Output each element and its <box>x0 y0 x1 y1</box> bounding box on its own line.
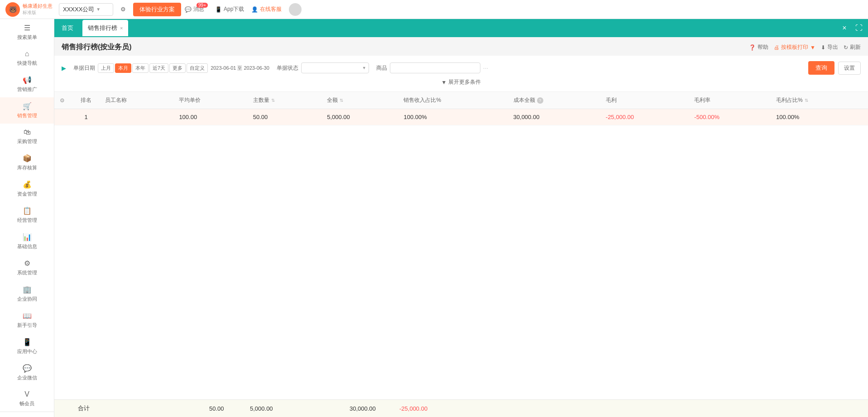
sidebar-label-finance: 资金管理 <box>17 191 37 197</box>
filter-collapse-button[interactable]: ▶ <box>62 65 66 72</box>
refresh-button[interactable]: ↻ 刷新 <box>844 43 861 51</box>
sidebar-label-marketing: 营销推广 <box>17 86 37 93</box>
goods-input[interactable] <box>390 62 480 73</box>
th-amount: 全额 ⇅ <box>321 92 398 109</box>
download-icon: 📱 <box>215 6 222 13</box>
query-button[interactable]: 查询 <box>808 61 834 75</box>
sales-icon: 🛒 <box>23 102 32 110</box>
date-btn-more[interactable]: 更多 <box>169 63 186 73</box>
expand-more-button[interactable]: ▼ 展开更多条件 <box>441 78 481 86</box>
filter-area: ▶ 单据日期 上月 本月 本年 近7天 更多 自定义 2023-06-01 至 … <box>54 56 868 92</box>
sidebar-label-quick-nav: 快捷导航 <box>17 60 37 67</box>
logo-icon: 🐻 <box>5 2 20 17</box>
filter-row: ▶ 单据日期 上月 本月 本年 近7天 更多 自定义 2023-06-01 至 … <box>62 61 861 75</box>
basic-info-icon: 📊 <box>23 233 32 241</box>
date-btn-last-month[interactable]: 上月 <box>98 63 114 73</box>
table-header-row: ⚙ 排名 员工名称 平均单价 主数量 ⇅ <box>54 92 868 109</box>
tab-home[interactable]: 首页 <box>54 19 81 37</box>
date-filter: 单据日期 上月 本月 本年 近7天 更多 自定义 2023-06-01 至 20… <box>73 63 269 73</box>
export-button[interactable]: ⬇ 导出 <box>821 43 838 51</box>
cell-gear <box>54 109 72 125</box>
goods-more-icon[interactable]: ··· <box>483 64 489 72</box>
print-chevron-icon: ▼ <box>810 44 815 51</box>
sidebar: ☰ 搜索菜单 ⌂ 快捷导航 📢 营销推广 🛒 销售管理 🛍 采购管理 📦 库 <box>0 19 54 417</box>
amount-sort-icon[interactable]: ⇅ <box>340 98 343 103</box>
logo-text: 畅康通好生意标准版 <box>23 3 53 15</box>
sidebar-label-purchase: 采购管理 <box>17 138 37 145</box>
date-range: 2023-06-01 至 2023-06-30 <box>211 65 269 72</box>
settings-button[interactable]: 设置 <box>838 62 861 75</box>
table-row: 1 100.00 50.00 5,000.00 100.00% 30,000.0… <box>54 109 868 125</box>
cell-profit: -25,000.00 <box>600 109 689 125</box>
table-footer: 合计 50.00 5,000.00 30,000.00 -25,000.00 <box>54 399 868 417</box>
help-button[interactable]: ❓ 帮助 <box>749 43 768 51</box>
sidebar-item-basic-info[interactable]: 📊 基础信息 <box>0 228 54 254</box>
export-icon: ⬇ <box>821 44 825 51</box>
cell-amount: 5,000.00 <box>321 109 398 125</box>
date-btn-7days[interactable]: 近7天 <box>149 63 168 73</box>
online-service-button[interactable]: 👤 在线客服 <box>251 5 282 13</box>
sidebar-item-enterprise[interactable]: 🏢 企业协同 <box>0 281 54 307</box>
date-filter-label: 单据日期 <box>73 64 95 72</box>
quantity-sort-icon[interactable]: ⇅ <box>271 98 275 103</box>
app-logo: 🐻 畅康通好生意标准版 <box>5 2 55 17</box>
th-cost: 成本全额 ? <box>508 92 600 109</box>
date-btn-this-month[interactable]: 本月 <box>115 63 131 73</box>
sidebar-label-member: 畅会员 <box>19 400 34 407</box>
window-close-button[interactable]: × <box>839 23 850 34</box>
cost-help-icon[interactable]: ? <box>537 97 543 104</box>
column-settings-icon[interactable]: ⚙ <box>60 97 65 104</box>
sidebar-item-member[interactable]: V 畅会员 <box>0 386 54 412</box>
app-container: 🐻 畅康通好生意标准版 XXXXX公司 ▼ ⚙ 体验行业方案 💬 消息 99+ … <box>0 0 868 417</box>
sidebar-item-system[interactable]: ⚙ 系统管理 <box>0 254 54 281</box>
sidebar-item-purchase[interactable]: 🛍 采购管理 <box>0 124 54 149</box>
table-container: ⚙ 排名 员工名称 平均单价 主数量 ⇅ <box>54 92 868 399</box>
sidebar-item-operations[interactable]: 📋 经营管理 <box>0 202 54 228</box>
sidebar-item-search-order[interactable]: ☰ 搜索菜单 <box>0 19 54 45</box>
filter-right-buttons: 查询 设置 <box>808 61 861 75</box>
app-download-button[interactable]: 📱 App下载 <box>215 5 244 13</box>
footer-total-label: 合计 <box>78 404 168 412</box>
th-rank: 排名 <box>72 92 100 109</box>
messages-button[interactable]: 💬 消息 99+ <box>185 5 204 13</box>
sidebar-item-finance[interactable]: 💰 资金管理 <box>0 176 54 202</box>
status-select[interactable] <box>301 62 369 73</box>
sidebar-label-system: 系统管理 <box>17 269 37 276</box>
footer-amount: 5,000.00 <box>250 405 300 412</box>
sidebar-item-guide[interactable]: 📖 新手引导 <box>0 307 54 333</box>
guide-icon: 📖 <box>23 312 32 320</box>
th-gear: ⚙ <box>54 92 72 109</box>
content-area: 首页 销售排行榜 × × ⛶ 销售排行榜(按业务员) ❓ 帮助 <box>54 19 868 417</box>
message-icon: 💬 <box>185 6 192 13</box>
page-header: 销售排行榜(按业务员) ❓ 帮助 🖨 按模板打印 ▼ ⬇ 导出 <box>54 37 868 56</box>
sidebar-item-quick-nav[interactable]: ⌂ 快捷导航 <box>0 45 54 71</box>
top-bar: 🐻 畅康通好生意标准版 XXXXX公司 ▼ ⚙ 体验行业方案 💬 消息 99+ … <box>0 0 868 19</box>
trial-button[interactable]: 体验行业方案 <box>133 3 181 16</box>
tab-close-icon[interactable]: × <box>120 25 123 31</box>
status-filter-label: 单据状态 <box>277 64 298 72</box>
cell-cost: 30,000.00 <box>508 109 600 125</box>
sidebar-item-inventory[interactable]: 📦 库存核算 <box>0 149 54 176</box>
date-btn-this-year[interactable]: 本年 <box>132 63 149 73</box>
sidebar-item-sales[interactable]: 🛒 销售管理 <box>0 97 54 124</box>
settings-icon-btn[interactable]: ⚙ <box>117 3 129 16</box>
sidebar-item-marketing[interactable]: 📢 营销推广 <box>0 71 54 97</box>
company-selector[interactable]: XXXXX公司 ▼ <box>59 3 113 16</box>
expand-icon: ▼ <box>441 79 447 86</box>
gear-icon: ⚙ <box>120 6 126 13</box>
wechat-icon: 💬 <box>23 364 32 373</box>
table-header: ⚙ 排名 员工名称 平均单价 主数量 ⇅ <box>54 92 868 109</box>
window-max-button[interactable]: ⛶ <box>854 23 864 34</box>
tab-sales-ranking[interactable]: 销售排行榜 × <box>82 20 128 36</box>
sidebar-label-wechat: 企业微信 <box>17 374 37 381</box>
profit-pct-sort-icon[interactable]: ⇅ <box>805 98 808 103</box>
print-button[interactable]: 🖨 按模板打印 ▼ <box>774 43 815 51</box>
app-center-icon: 📱 <box>23 338 32 346</box>
sidebar-item-wechat[interactable]: 💬 企业微信 <box>0 359 54 386</box>
member-icon: V <box>24 390 29 398</box>
footer-profit: -25,000.00 <box>399 405 445 412</box>
service-icon: 👤 <box>251 6 258 13</box>
sidebar-item-app-center[interactable]: 📱 应用中心 <box>0 333 54 359</box>
tab-bar: 首页 销售排行榜 × × ⛶ <box>54 19 868 37</box>
date-btn-custom[interactable]: 自定义 <box>187 63 208 73</box>
